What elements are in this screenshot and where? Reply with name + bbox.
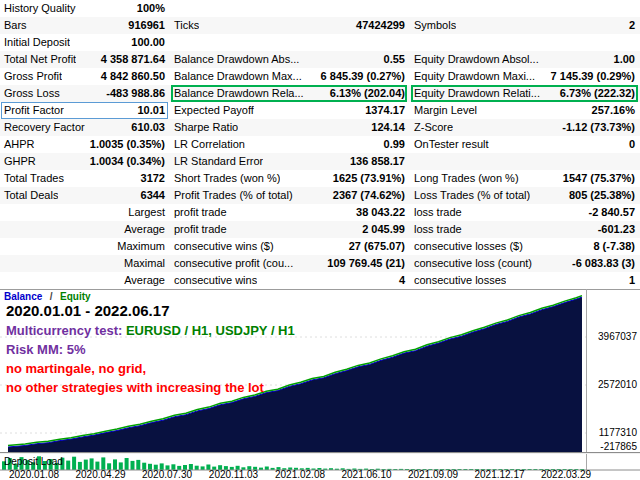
- stat-label: Gross Loss: [0, 85, 60, 102]
- x-axis-labels: 2020.01.082020.04.292020.07.302020.11.03…: [9, 469, 591, 480]
- balance-legend-label: Balance: [4, 291, 43, 302]
- stat-group: consecutive losses ($)8 (-7.38): [410, 238, 640, 255]
- annotation-symbols: EURUSD / H1, USDJPY / H1: [126, 323, 295, 338]
- stat-group: Profit Trades (% of total)2367 (74.62%): [170, 187, 410, 204]
- stat-label: Margin Level: [410, 102, 477, 119]
- stat-group: Equity Drawdown Relati...6.73% (222.32): [410, 85, 640, 102]
- stat-value: 4 358 871.64: [101, 51, 170, 68]
- stat-value: 8 (-7.38): [593, 238, 640, 255]
- stat-label: Profit Trades (% of total): [170, 187, 293, 204]
- stat-value: 124.14: [371, 119, 410, 136]
- stat-group: GHPR1.0034 (0.34%): [0, 153, 170, 170]
- deposit-load-bar: [72, 457, 76, 470]
- stat-label: [0, 255, 4, 272]
- stat-label: [0, 204, 4, 221]
- table-row: Bars916961Ticks47424299Symbols2: [0, 17, 640, 34]
- stat-value: 2 045.99: [362, 221, 410, 238]
- stat-value: Largest: [128, 204, 170, 221]
- deposit-load-bar: [265, 467, 269, 471]
- stat-value: 47424299: [356, 17, 410, 34]
- stat-value: -6 083.83 (3): [572, 255, 640, 272]
- stat-value: -2 840.57: [589, 204, 640, 221]
- stat-group: AHPR1.0035 (0.35%): [0, 136, 170, 153]
- annotation-date-range: 2020.01.01 - 2022.06.17: [6, 302, 169, 319]
- stat-group: Symbols2: [410, 17, 640, 34]
- stat-group: Gross Profit4 842 860.50: [0, 68, 170, 85]
- stat-label: [410, 0, 414, 17]
- stat-value: 10.01: [137, 102, 170, 119]
- stat-group: Balance Drawdown Max...6 845.39 (0.27%): [170, 68, 410, 85]
- stat-label: Equity Drawdown Relati...: [410, 85, 540, 102]
- stat-group: consecutive loss (count)-6 083.83 (3): [410, 255, 640, 272]
- x-axis-label: 2021.12.17: [474, 469, 524, 480]
- stat-value: 6 845.39 (0.27%): [321, 68, 410, 85]
- stat-value: 100%: [137, 0, 170, 17]
- stat-group: Loss Trades (% of total)805 (25.38%): [410, 187, 640, 204]
- stat-label: [0, 272, 4, 289]
- table-row: Maximalconsecutive profit (cou...109 769…: [0, 255, 640, 272]
- stat-group: Expected Payoff1374.17: [170, 102, 410, 119]
- stat-label: Total Net Profit: [0, 51, 76, 68]
- stat-value: [635, 0, 640, 17]
- stat-value: 610.03: [131, 119, 170, 136]
- stat-label: consecutive losses ($): [410, 238, 523, 255]
- deposit-load-label: Deposit Load: [4, 456, 63, 467]
- stat-label: [170, 0, 174, 17]
- stat-label: [410, 34, 414, 51]
- annotation-multicurrency-prefix: Multicurrency test:: [6, 323, 126, 338]
- stat-label: LR Correlation: [170, 136, 245, 153]
- stat-group: Maximum: [0, 238, 170, 255]
- stat-group: [170, 34, 410, 51]
- table-row: Averageprofit trade2 045.99loss trade-60…: [0, 221, 640, 238]
- stat-group: [410, 34, 640, 51]
- stat-value: Maximal: [124, 255, 170, 272]
- x-axis-label: 2020.07.30: [142, 469, 192, 480]
- stat-label: [170, 34, 174, 51]
- stat-label: profit trade: [170, 221, 227, 238]
- deposit-load-bar: [136, 460, 140, 470]
- stat-label: Profit Factor: [0, 102, 64, 119]
- stat-group: History Quality100%: [0, 0, 170, 17]
- table-row: AHPR1.0035 (0.35%)LR Correlation0.99OnTe…: [0, 136, 640, 153]
- stat-value: 2: [629, 17, 640, 34]
- x-axis-label: 2020.04.29: [75, 469, 125, 480]
- stat-label: [0, 238, 4, 255]
- stat-value: 1.0035 (0.35%): [90, 136, 170, 153]
- annotation-no-martingale: no martingale, no grid,: [6, 361, 146, 376]
- stat-group: OnTester result0: [410, 136, 640, 153]
- stat-group: Sharpe Ratio124.14: [170, 119, 410, 136]
- stat-value: 1547 (75.37%): [563, 170, 640, 187]
- stat-label: consecutive losses: [410, 272, 506, 289]
- stat-label: consecutive wins ($): [170, 238, 274, 255]
- stat-group: Long Trades (won %)1547 (75.37%): [410, 170, 640, 187]
- stat-group: Balance Drawdown Rela...6.13% (202.04): [170, 85, 410, 102]
- stat-value: [635, 34, 640, 51]
- stat-label: Gross Profit: [0, 68, 62, 85]
- stat-value: 1.00: [614, 51, 640, 68]
- stat-group: Equity Drawdown Maxi...7 145.39 (0.29%): [410, 68, 640, 85]
- stat-value: 6344: [141, 187, 170, 204]
- stat-value: 109 769.45 (21): [327, 255, 410, 272]
- stat-label: Sharpe Ratio: [170, 119, 238, 136]
- stat-label: Balance Drawdown Max...: [170, 68, 302, 85]
- table-row: History Quality100%: [0, 0, 640, 17]
- stat-group: Maximal: [0, 255, 170, 272]
- stat-label: [0, 221, 4, 238]
- stat-label: consecutive wins: [170, 272, 257, 289]
- table-row: GHPR1.0034 (0.34%)LR Standard Error136 8…: [0, 153, 640, 170]
- stat-label: Bars: [0, 17, 27, 34]
- stat-label: Symbols: [410, 17, 456, 34]
- stat-value: 136 858.17: [350, 153, 410, 170]
- stat-label: History Quality: [0, 0, 76, 17]
- stat-value: 1374.17: [365, 102, 410, 119]
- table-row: Total Deals6344Profit Trades (% of total…: [0, 187, 640, 204]
- stat-label: GHPR: [0, 153, 36, 170]
- stat-label: Short Trades (won %): [170, 170, 280, 187]
- x-axis-label: 2021.06.10: [341, 469, 391, 480]
- stat-value: 0.99: [384, 136, 410, 153]
- table-row: Recovery Factor610.03Sharpe Ratio124.14Z…: [0, 119, 640, 136]
- y-axis-label: -217865: [600, 441, 637, 452]
- stat-label: profit trade: [170, 204, 227, 221]
- pane-splitter[interactable]: [0, 453, 640, 454]
- stat-value: 38 043.22: [356, 204, 410, 221]
